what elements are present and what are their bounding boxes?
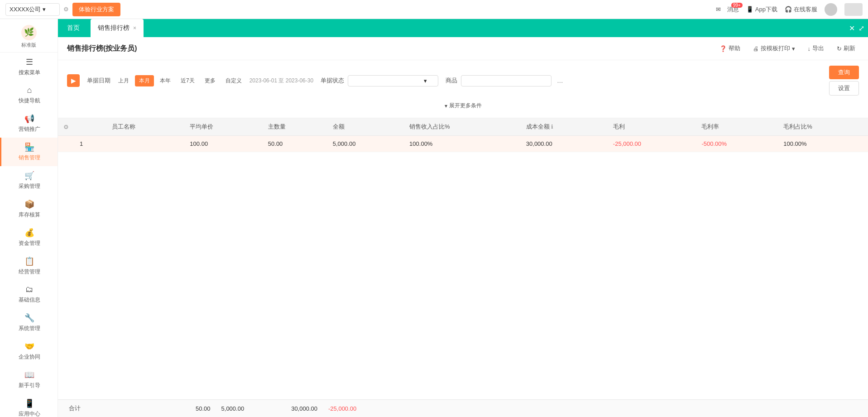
help-btn[interactable]: ❓ 帮助 <box>716 43 744 54</box>
col-settings-icon[interactable]: ⚙ <box>63 124 69 130</box>
tab-sales-rank[interactable]: 销售排行榜 × <box>91 19 144 37</box>
app-download-btn[interactable]: 📱 App下载 <box>746 5 777 14</box>
footer-label: 合计 <box>63 404 118 412</box>
sidebar-item-inventory[interactable]: 📦 库存核算 <box>0 195 58 223</box>
expand-label: 展开更多条件 <box>449 102 482 110</box>
tab-label: 销售排行榜 <box>98 24 129 32</box>
filter-row-1: ▶ 单据日期 上月 本月 本年 近7天 更多 <box>67 66 859 96</box>
sidebar-item-basic-info[interactable]: 🗂 基础信息 <box>0 280 58 308</box>
filter-goods: 商品 ... <box>446 75 565 86</box>
cell-amount: 5,000.00 <box>327 136 404 152</box>
sidebar-item-sales-mgmt[interactable]: 🏪 销售管理 <box>0 138 58 166</box>
col-cost: 成本全额 ℹ <box>521 118 608 136</box>
col-sales-pct: 销售收入占比% <box>404 118 521 136</box>
cell-sales-pct: 100.00% <box>404 136 521 152</box>
sidebar-item-operations[interactable]: 📋 经营管理 <box>0 252 58 280</box>
sidebar-item-purchase-mgmt[interactable]: 🛒 采购管理 <box>0 166 58 195</box>
search-order-icon: ☰ <box>26 57 33 67</box>
inner-page: 销售排行榜(按业务员) ❓ 帮助 🖨 按模板打印 ▾ <box>58 37 868 417</box>
sidebar-item-quick-nav[interactable]: ⌂ 快捷导航 <box>0 81 58 109</box>
cell-employee <box>106 136 184 152</box>
operations-icon: 📋 <box>24 256 34 266</box>
col-settings: ⚙ <box>58 118 74 136</box>
trial-button[interactable]: 体验行业方案 <box>72 3 120 16</box>
top-bar-right: ✉ 99+ 消息 📱 App下载 🎧 在线客服 <box>716 3 863 16</box>
table-row: 1 100.00 50.00 5,000.00 100.00% 30,000.0… <box>58 136 868 152</box>
query-button[interactable]: 查询 <box>829 66 859 79</box>
sidebar-item-search-order[interactable]: ☰ 搜索菜单 <box>0 53 58 81</box>
gear-icon[interactable]: ⚙ <box>63 6 69 13</box>
sidebar-item-label: 营销推广 <box>19 125 40 133</box>
table-header-row: ⚙ 员工名称 平均单价 主数量 全额 销售收入占比% 成本全额 <box>58 118 868 136</box>
cell-rank: 1 <box>74 136 106 152</box>
print-chevron: ▾ <box>792 45 795 52</box>
sidebar-item-label: 新手引导 <box>19 382 40 389</box>
print-label: 按模板打印 <box>761 44 790 53</box>
logo-label: 标准版 <box>21 42 36 48</box>
col-gross: 毛利 <box>608 118 696 136</box>
date-tab-7days[interactable]: 近7天 <box>177 75 199 86</box>
cell-avg-price: 100.00 <box>184 136 262 152</box>
collab-icon: 🤝 <box>24 341 34 351</box>
app-download-label: App下载 <box>755 5 777 14</box>
expand-more-btn[interactable]: ▾ 展开更多条件 <box>67 99 859 112</box>
tab-bar: 首页 销售排行榜 × ✕ ⤢ <box>58 19 868 37</box>
filter-status: 单据状态 ▾ <box>321 75 438 86</box>
filter-btn-group: 查询 设置 <box>829 66 859 96</box>
date-tab-this-month[interactable]: 本月 <box>135 75 154 86</box>
sidebar-item-corp-collab[interactable]: 🤝 企业协同 <box>0 337 58 365</box>
goods-input[interactable] <box>461 75 551 86</box>
window-close-btn[interactable]: ✕ <box>849 24 855 33</box>
sidebar-item-guide[interactable]: 📖 新手引导 <box>0 365 58 394</box>
export-label: 导出 <box>812 44 824 53</box>
sidebar-item-label: 库存核算 <box>19 211 40 219</box>
sidebar-item-label: 企业协同 <box>19 353 40 361</box>
date-tab-more[interactable]: 更多 <box>201 75 220 86</box>
refresh-icon: ↻ <box>837 45 842 52</box>
date-tab-this-year[interactable]: 本年 <box>156 75 175 86</box>
goods-label: 商品 <box>446 77 457 85</box>
status-select[interactable]: ▾ <box>348 75 438 86</box>
sidebar-item-finance[interactable]: 💰 资金管理 <box>0 223 58 252</box>
logo-icon: 🌿 <box>21 24 37 41</box>
sidebar-item-label: 搜索菜单 <box>19 69 40 77</box>
cell-qty: 50.00 <box>263 136 327 152</box>
export-btn[interactable]: ↓ 导出 <box>804 43 828 54</box>
filter-area: ▶ 单据日期 上月 本月 本年 近7天 更多 <box>58 60 868 118</box>
filter-toggle-btn[interactable]: ▶ <box>67 74 80 87</box>
date-tab-custom[interactable]: 自定义 <box>221 75 246 86</box>
sidebar-item-app-center[interactable]: 📱 应用中心 <box>0 394 58 417</box>
online-service-btn[interactable]: 🎧 在线客服 <box>785 5 817 14</box>
quick-nav-icon: ⌂ <box>27 86 32 95</box>
table-footer: 合计 50.00 5,000.00 30,000.00 -25,000.00 <box>58 399 868 417</box>
settings-button[interactable]: 设置 <box>829 81 859 96</box>
window-expand-btn[interactable]: ⤢ <box>858 24 864 33</box>
header-actions: ❓ 帮助 🖨 按模板打印 ▾ ↓ 导出 <box>716 43 859 54</box>
refresh-btn[interactable]: ↻ 刷新 <box>833 43 859 54</box>
tab-close-icon[interactable]: × <box>133 25 136 31</box>
tab-home[interactable]: 首页 <box>58 19 89 37</box>
col-cost-label: 成本全额 <box>526 123 550 130</box>
online-service-label: 在线客服 <box>794 5 817 14</box>
sidebar-item-system-mgmt[interactable]: 🔧 系统管理 <box>0 308 58 337</box>
col-gross-rate: 毛利率 <box>696 118 778 136</box>
sidebar-item-label: 快捷导航 <box>19 97 40 105</box>
footer-gross: -25,000.00 <box>323 405 362 412</box>
sidebar-item-label: 资金管理 <box>19 240 40 247</box>
goods-more-btn[interactable]: ... <box>555 75 565 86</box>
message-btn[interactable]: ✉ 99+ 消息 <box>716 5 739 14</box>
sidebar-item-label: 应用中心 <box>19 410 40 417</box>
print-btn[interactable]: 🖨 按模板打印 ▾ <box>749 43 799 54</box>
cost-info-icon[interactable]: ℹ <box>551 124 553 130</box>
sidebar-item-label: 经营管理 <box>19 268 40 276</box>
sidebar-item-label: 销售管理 <box>19 154 40 162</box>
avatar[interactable] <box>825 3 837 16</box>
chevron-down-icon: ▾ <box>43 6 46 13</box>
company-select[interactable]: XXXXX公司 ▾ <box>5 3 60 16</box>
svg-text:🌿: 🌿 <box>24 27 34 37</box>
date-label: 单据日期 <box>87 77 110 85</box>
cell-gross-rate: -500.00% <box>696 136 778 152</box>
date-tab-last-month[interactable]: 上月 <box>114 75 133 86</box>
cell-gross: -25,000.00 <box>608 136 696 152</box>
sidebar-item-marketing[interactable]: 📢 营销推广 <box>0 109 58 138</box>
